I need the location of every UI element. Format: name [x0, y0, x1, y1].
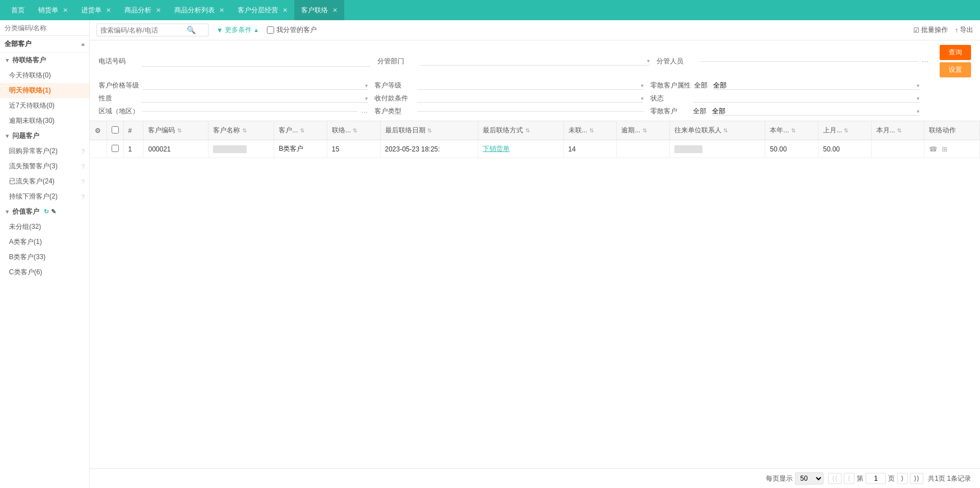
nav-product-analysis[interactable]: 商品分析 ✕: [118, 0, 168, 20]
sidebar-item-repurchase-abnormal[interactable]: 回购异常客户(2) ?: [0, 144, 89, 159]
filter-row-4: 区域（地区） ··· 客户类型 零散客户 全部 全部 ▾: [99, 107, 971, 116]
filter-row-3: 性质 ▾ 收付款条件 ▾ 状态: [99, 94, 971, 103]
sidebar-group-pending-contact[interactable]: ▼ 待联络客户: [0, 53, 89, 68]
nav-sales[interactable]: 销货单 ✕: [31, 0, 75, 20]
sidebar-group-problem-customers[interactable]: ▼ 问题客户: [0, 128, 89, 144]
value-customers-edit-icon[interactable]: ✎: [51, 208, 56, 215]
col-this-year[interactable]: 本年... ⇅: [765, 121, 819, 140]
filter-cell-phone: 电话号码: [99, 56, 377, 67]
sidebar-item-class-a[interactable]: A类客户(1): [0, 234, 89, 250]
last-page-btn[interactable]: ⟩⟩: [910, 473, 923, 484]
col-last-month[interactable]: 上月... ⇅: [818, 121, 871, 140]
row-last-method-link[interactable]: 下销货单: [483, 145, 510, 153]
filter-label-nature: 性质: [99, 94, 138, 103]
row-checkbox[interactable]: [112, 145, 119, 152]
filter-select-payment-select[interactable]: [417, 94, 641, 102]
page-size-select[interactable]: 50 100 200: [795, 472, 824, 485]
nav-close-customer-contact[interactable]: ✕: [332, 7, 338, 14]
filter-select-status-select[interactable]: [693, 94, 917, 102]
filter-cell-price-grade: 客户价格等级 ▾: [99, 81, 375, 90]
nav-customer-tier[interactable]: 客户分层经营 ✕: [231, 0, 294, 20]
sidebar-all-customers[interactable]: 全部客户 «: [0, 36, 89, 53]
filter-dots-person[interactable]: ···: [922, 57, 928, 66]
sidebar-item-tomorrow-pending[interactable]: 明天待联络(1): [0, 83, 89, 98]
nav-product-analysis-list[interactable]: 商品分析列表 ✕: [168, 0, 231, 20]
sidebar-item-churn-warning[interactable]: 流失预警客户(3) ?: [0, 159, 89, 174]
export-btn[interactable]: ↑ 导出: [955, 25, 973, 35]
filter-input-phone[interactable]: [141, 56, 371, 67]
query-button[interactable]: 查询: [940, 45, 971, 60]
nav-customer-contact[interactable]: 客户联络 ✕: [294, 0, 344, 20]
row-index: 1: [123, 140, 144, 158]
filter-select-retail-attr: 全部 ▾: [713, 81, 919, 90]
filter-label-status: 状态: [650, 94, 690, 103]
filter-cell-person: 分管人员 ···: [657, 57, 935, 66]
col-customer-name[interactable]: 客户名称 ⇅: [209, 121, 274, 140]
sidebar-group-value-customers[interactable]: ▼ 价值客户 ↻ ✎: [0, 204, 89, 219]
my-customers-checkbox[interactable]: [267, 26, 274, 34]
nav-home[interactable]: 首页: [4, 0, 31, 20]
col-overdue[interactable]: 逾期... ⇅: [617, 121, 670, 140]
sidebar-item-ungrouped[interactable]: 未分组(32): [0, 219, 89, 234]
filter-dots-region[interactable]: ···: [361, 107, 368, 116]
col-last-contact-method[interactable]: 最后联络方式 ⇅: [478, 121, 563, 140]
col-gear[interactable]: ⚙: [90, 121, 107, 140]
value-customers-refresh-icon[interactable]: ↻: [44, 208, 49, 215]
filter-select-retail-attr-select[interactable]: 全部: [713, 81, 917, 89]
filter-label-customer-grade: 客户等级: [375, 81, 414, 90]
settings-button[interactable]: 设置: [940, 62, 971, 77]
filter-label-dept: 分管部门: [377, 57, 417, 66]
filter-cell-customer-type: 客户类型: [375, 107, 650, 116]
filter-select-price-grade-select[interactable]: [142, 81, 365, 89]
more-conditions-btn[interactable]: ▼ 更多条件 ▲: [213, 24, 262, 36]
row-phone-icon[interactable]: ☎: [929, 145, 937, 153]
col-not-contacted[interactable]: 未联... ⇅: [563, 121, 617, 140]
search-icon[interactable]: 🔍: [187, 26, 196, 34]
select-all-checkbox[interactable]: [112, 126, 119, 133]
filter-select-nature-select[interactable]: [141, 94, 365, 102]
filter-select-customer-grade-select[interactable]: [417, 81, 641, 89]
filter-cell-dept: 分管部门 ▾: [377, 57, 656, 66]
filter-select-retail-customer-select[interactable]: 全部: [712, 107, 917, 115]
sidebar-item-overdue-pending[interactable]: 逾期未联络(30): [0, 113, 89, 128]
sidebar-collapse-icon[interactable]: «: [81, 41, 85, 48]
search-input[interactable]: [100, 26, 184, 34]
filter-label-price-grade: 客户价格等级: [99, 81, 139, 90]
row-name: [209, 140, 274, 158]
sidebar-item-today-pending[interactable]: 今天待联络(0): [0, 68, 89, 83]
col-contact-count[interactable]: 联络... ⇅: [327, 121, 380, 140]
prev-page-btn[interactable]: ⟨: [844, 473, 854, 484]
next-page-btn[interactable]: ⟩: [897, 473, 908, 484]
first-page-btn[interactable]: ⟨⟨: [828, 473, 842, 484]
col-this-month[interactable]: 本月... ⇅: [871, 121, 924, 140]
batch-ops-btn[interactable]: ☑ 批量操作: [913, 25, 948, 35]
nav-close-product-analysis-list[interactable]: ✕: [219, 7, 224, 14]
sidebar-item-class-b[interactable]: B类客户(33): [0, 250, 89, 265]
table-footer: 每页显示 50 100 200 ⟨⟨ ⟨ 第 页 ⟩ ⟩⟩ 共1页 1条记录: [90, 468, 980, 488]
sidebar-search-input[interactable]: [4, 24, 89, 32]
help-icon-churn-warning: ?: [81, 163, 85, 170]
table-row: 1 000021 B类客户 15 2023-05-23 18:25: 下销货单 …: [90, 140, 980, 158]
page-input[interactable]: [866, 473, 886, 484]
col-customer-type[interactable]: 客户... ⇅: [274, 121, 327, 140]
col-last-contact-date[interactable]: 最后联络日期 ⇅: [380, 121, 478, 140]
nav-close-customer-tier[interactable]: ✕: [283, 7, 288, 14]
filter-select-dept-select[interactable]: [420, 57, 646, 65]
nav-close-product-analysis[interactable]: ✕: [156, 7, 161, 14]
nav-close-purchase[interactable]: ✕: [106, 7, 111, 14]
nav-purchase[interactable]: 进货单 ✕: [75, 0, 118, 20]
row-this-month: [871, 140, 924, 158]
sidebar-item-7days-pending[interactable]: 近7天待联络(0): [0, 98, 89, 113]
col-customer-code[interactable]: 客户编码 ⇅: [144, 121, 209, 140]
filter-icon: ▼: [216, 26, 223, 34]
sidebar-item-churned[interactable]: 已流失客户(24) ?: [0, 174, 89, 189]
filter-cell-retail-customer: 零散客户 全部 全部 ▾: [650, 107, 926, 116]
sidebar-item-class-c[interactable]: C类客户(6): [0, 265, 89, 280]
nav-close-sales[interactable]: ✕: [63, 7, 68, 14]
sidebar-item-declining[interactable]: 持续下滑客户(2) ?: [0, 189, 89, 204]
content-area: 🔍 ▼ 更多条件 ▲ 我分管的客户 ☑ 批量操作 ↑ 导出: [90, 20, 980, 488]
row-grid-icon[interactable]: ⊞: [942, 145, 947, 153]
filter-select-dept: ▾: [420, 57, 649, 66]
filter-select-nature: ▾: [141, 94, 368, 103]
col-unit-contact[interactable]: 往来单位联系人 ⇅: [669, 121, 765, 140]
